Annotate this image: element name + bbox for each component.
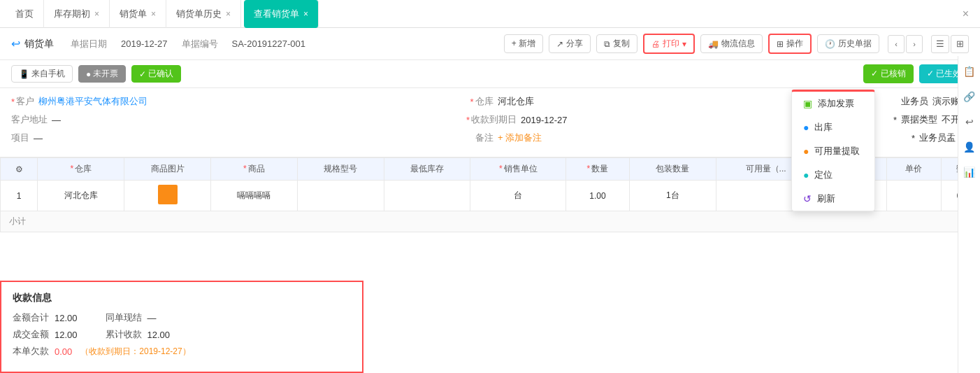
col-unit: *销售单位	[470, 158, 566, 181]
tab-view-sales[interactable]: 查看销货单 ×	[244, 0, 319, 28]
ticket-required: *	[893, 115, 897, 125]
address-label: 客户地址	[11, 113, 48, 126]
balance-label: 本单欠款	[13, 345, 49, 358]
tab-sales-order[interactable]: 销货单 ×	[110, 0, 166, 28]
balance-note: （收款到期日：2019-12-27）	[80, 346, 190, 358]
warehouse-label: 仓库	[475, 95, 493, 108]
tab-view-sales-close[interactable]: ×	[303, 9, 308, 19]
available-qty-label: 可用量提取	[814, 145, 860, 157]
share-button[interactable]: ↗ 分享	[549, 34, 591, 53]
ops-dropdown: ▣ 添加发票 ● 出库 ● 可用量提取 ● 定位 ↺ 刷新	[791, 90, 875, 211]
view-grid-button[interactable]: ⊞	[951, 35, 969, 53]
payment-row-2: 成交金额 12.00 累计收款 12.00	[13, 328, 351, 341]
logistics-label: 物流信息	[721, 38, 755, 50]
note-label: 备注	[475, 132, 493, 144]
effective-icon: ✓	[927, 69, 934, 78]
nav-next-button[interactable]: ›	[906, 35, 923, 53]
warehouse-required: *	[470, 97, 474, 107]
business-staff-required: *	[911, 133, 915, 143]
not-opened-label: 未开票	[93, 68, 118, 80]
from-phone-button[interactable]: 📱 来自手机	[11, 65, 73, 83]
ticket-label: 票据类型	[901, 113, 937, 126]
copy-button[interactable]: ⧉ 复制	[596, 34, 637, 53]
payment-row-1: 金额合计 12.00 同单现结 —	[13, 311, 351, 324]
locate-label: 定位	[814, 169, 833, 181]
logistics-button[interactable]: 🚚 物流信息	[700, 34, 763, 53]
tab-home[interactable]: 首页	[6, 0, 44, 28]
from-phone-label: 来自手机	[31, 68, 65, 80]
refresh-label: 刷新	[817, 192, 835, 205]
number-label: 单据编号	[182, 38, 218, 50]
address-value: —	[52, 115, 61, 125]
sidebar-link-icon[interactable]: 🔗	[960, 87, 979, 106]
sidebar-reply-icon[interactable]: ↩	[960, 112, 979, 132]
main-content: ↩ 销货单 单据日期 2019-12-27 单据编号 SA-20191227-0…	[0, 28, 980, 373]
project-value: —	[34, 133, 43, 143]
col-spec: 规格型号	[297, 158, 384, 181]
tab-sales-order-close[interactable]: ×	[151, 9, 156, 19]
tab-inventory-init[interactable]: 库存期初 ×	[44, 0, 110, 28]
col-product: *商品	[211, 158, 298, 181]
global-close-button[interactable]: ×	[957, 8, 974, 20]
ops-refresh[interactable]: ↺ 刷新	[792, 187, 874, 211]
ops-locate[interactable]: ● 定位	[792, 163, 874, 187]
payment-info-box: 收款信息 金额合计 12.00 同单现结 — 成交金额 12.00 累计收款	[0, 281, 363, 373]
outbound-icon: ●	[803, 122, 809, 133]
confirmed-icon: ✓	[139, 69, 146, 79]
row-price	[886, 181, 941, 211]
view-list-button[interactable]: ☰	[931, 35, 949, 53]
col-settings[interactable]: ⚙	[1, 158, 38, 181]
payment-row-3: 本单欠款 0.00 （收款到期日：2019-12-27）	[13, 345, 351, 358]
number-value: SA-20191227-001	[232, 38, 306, 49]
operations-label: 操作	[786, 38, 803, 50]
copy-label: 复制	[613, 38, 630, 50]
col-min-stock: 最低库存	[384, 158, 470, 181]
tab-sales-history[interactable]: 销货单历史 ×	[166, 0, 241, 28]
ops-add-invoice[interactable]: ▣ 添加发票	[792, 92, 874, 115]
payment-due-required: *	[466, 115, 470, 125]
product-image	[158, 185, 178, 204]
deal-amount-label: 成交金额	[13, 328, 49, 341]
col-qty: *数量	[566, 158, 630, 181]
print-dropdown-icon: ▾	[682, 39, 686, 49]
phone-icon: 📱	[19, 69, 29, 79]
locate-icon: ●	[803, 169, 809, 181]
sidebar-chart-icon[interactable]: 📊	[960, 162, 979, 182]
cancelled-button[interactable]: ✓ 已核销	[863, 64, 913, 83]
not-opened-button[interactable]: ● 未开票	[78, 65, 126, 83]
doc-type-label: 销货单	[24, 38, 54, 50]
tab-sales-history-close[interactable]: ×	[226, 9, 231, 19]
row-product: 嗝嗝嗝嗝	[211, 181, 298, 211]
nav-prev-button[interactable]: ‹	[888, 35, 905, 53]
balance-value: 0.00	[55, 346, 72, 357]
sidebar-user-icon[interactable]: 👤	[960, 137, 979, 157]
doc-type-icon: ↩	[11, 37, 20, 50]
doc-header: ↩ 销货单 单据日期 2019-12-27 单据编号 SA-20191227-0…	[0, 28, 980, 60]
refresh-icon: ↺	[803, 193, 812, 204]
balance-item: 本单欠款 0.00 （收款到期日：2019-12-27）	[13, 345, 191, 358]
total-amount-item: 金额合计 12.00	[13, 311, 78, 324]
col-pack-qty: 包装数量	[629, 158, 716, 181]
tab-bar: 首页 库存期初 × 销货单 × 销货单历史 × 查看销货单 × ×	[0, 0, 980, 28]
ops-outbound[interactable]: ● 出库	[792, 115, 874, 139]
share-label: 分享	[566, 38, 583, 50]
tab-inventory-init-label: 库存期初	[54, 8, 90, 20]
outbound-label: 出库	[814, 121, 833, 134]
not-opened-icon: ●	[86, 69, 91, 79]
sub-actions-bar: 📱 来自手机 ● 未开票 ✓ 已确认 ✓ 已核销 ✓ 已生效	[0, 60, 980, 88]
tab-inventory-init-close[interactable]: ×	[94, 9, 99, 19]
row-pack-qty: 1台	[629, 181, 716, 211]
project-label: 项目	[11, 132, 29, 144]
nav-arrows: ‹ ›	[888, 35, 923, 53]
history-button[interactable]: 🕐 历史单据	[817, 34, 879, 53]
sidebar-clipboard-icon[interactable]: 📋	[960, 62, 979, 81]
row-warehouse: 河北仓库	[38, 181, 124, 211]
ops-available-qty[interactable]: ● 可用量提取	[792, 139, 874, 163]
confirmed-button[interactable]: ✓ 已确认	[131, 65, 181, 83]
new-button[interactable]: + 新增	[504, 34, 543, 53]
print-button[interactable]: 🖨 打印 ▾	[643, 34, 695, 54]
add-note-button[interactable]: + 添加备注	[498, 132, 542, 144]
cumulative-value: 12.00	[147, 330, 171, 340]
customer-value[interactable]: 柳州粤港平安气体有限公司	[38, 95, 147, 108]
operations-button[interactable]: ⊞ 操作	[768, 34, 812, 54]
